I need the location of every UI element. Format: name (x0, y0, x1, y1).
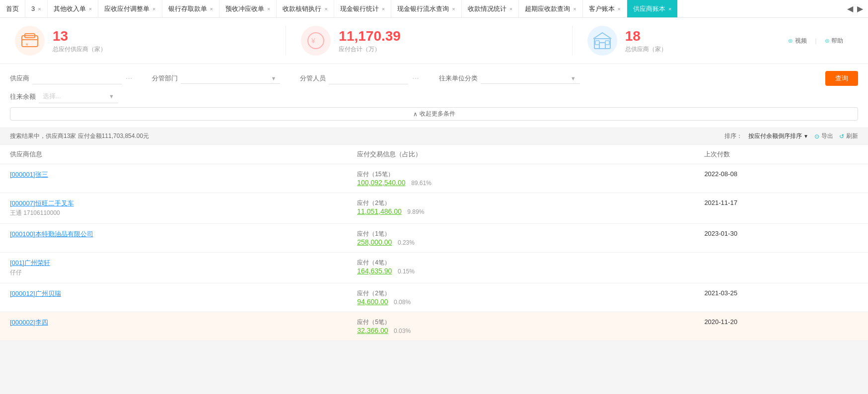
nav-tab-supplier-ledger[interactable]: 供应商账本 × (627, 0, 678, 18)
nav-tab-home[interactable]: 首页 (0, 0, 25, 18)
pay-amount-row: 32,366.00 0.03% (357, 327, 684, 334)
transaction-cell: 应付（2笔） 11,051,486.00 9.89% (347, 193, 694, 224)
nav-tab-payment-stats[interactable]: 收款情况统计 × (462, 0, 519, 18)
close-icon[interactable]: × (38, 6, 41, 12)
last-pay-date: 2021-11-17 (704, 199, 737, 206)
nav-tab-other-income[interactable]: 其他收入单 × (48, 0, 98, 18)
close-icon[interactable]: × (668, 6, 671, 12)
supplier-label: 供应商 (10, 74, 29, 83)
pay-amount-link[interactable]: 94,600.00 (357, 298, 388, 306)
supplier-link[interactable]: [001]广州荣轩 (10, 259, 50, 266)
result-bar: 搜索结果中，供应商13家 应付金额111,703,854.00元 排序： 按应付… (0, 128, 868, 145)
stat-icon-total: ¥ (301, 26, 331, 56)
nav-next-arrow[interactable]: ▶ (855, 4, 865, 13)
chevron-down-icon: ▼ (109, 93, 114, 99)
supplier-input[interactable] (32, 72, 122, 84)
close-icon[interactable]: × (452, 6, 455, 12)
nav-prev-arrow[interactable]: ◀ (845, 4, 855, 13)
last-pay-cell: 2023-01-30 (694, 224, 868, 253)
supplier-sub: 王通 17106110000 (10, 209, 337, 217)
nav-tab-cash-stats[interactable]: 现金银行统计 × (334, 0, 391, 18)
nav-tab-prepay-offset[interactable]: 预收冲应收单 × (219, 0, 277, 18)
svg-text:¥: ¥ (311, 37, 315, 45)
pay-amount-row: 164,635.90 0.15% (357, 267, 684, 275)
result-actions: 排序： 按应付余额倒序排序 ▼ ⊙ 导出 ↺ 刷新 (724, 132, 858, 140)
stat-info-total: 11,170.39 应付合计（万） (339, 28, 401, 54)
close-icon[interactable]: × (573, 6, 576, 12)
sort-select[interactable]: 按应付余额倒序排序 ▼ (748, 132, 808, 140)
pay-label: 应付（2笔） (357, 289, 684, 298)
transaction-cell: 应付（1笔） 258,000.00 0.23% (347, 224, 694, 253)
search-button[interactable]: 查询 (825, 71, 858, 86)
stat-number-all: 18 (625, 28, 667, 45)
help-link[interactable]: ⊙ 帮助 (825, 37, 843, 45)
video-link[interactable]: ⊙ 视频 (788, 37, 806, 45)
svg-rect-6 (594, 39, 610, 49)
col-header-transaction: 应付交易信息（占比） (347, 145, 694, 164)
supplier-link[interactable]: [000002]李四 (10, 319, 48, 326)
supplier-link[interactable]: [000007]恒旺二手叉车 (10, 199, 74, 207)
close-icon[interactable]: × (89, 6, 92, 12)
nav-tab-payment-verify[interactable]: 收款核销执行 × (277, 0, 334, 18)
pay-amount-link[interactable]: 100,092,540.00 (357, 179, 405, 187)
dept-select[interactable]: ▼ (181, 73, 280, 84)
close-icon[interactable]: × (210, 6, 213, 12)
pay-amount-link[interactable]: 164,635.90 (357, 267, 392, 275)
balance-label: 往来余额 (10, 92, 36, 101)
close-icon[interactable]: × (267, 6, 270, 12)
nav-tab-bank-deposit[interactable]: 银行存取款单 × (162, 0, 219, 18)
close-icon[interactable]: × (509, 6, 512, 12)
close-icon[interactable]: × (618, 6, 621, 12)
nav-tab-cash-flow[interactable]: 现金银行流水查询 × (391, 0, 461, 18)
nav-tab-customer-ledger[interactable]: 客户账本 × (583, 0, 627, 18)
supplier-link[interactable]: [000012]广州贝瑞 (10, 290, 61, 297)
pay-amount-link[interactable]: 32,366.00 (357, 327, 388, 334)
close-icon[interactable]: × (152, 6, 155, 12)
collapse-button[interactable]: ∧ 收起更多条件 (10, 107, 858, 121)
svg-rect-8 (595, 41, 599, 45)
supplier-link[interactable]: [000001]张三 (10, 171, 48, 178)
category-select[interactable]: ▼ (481, 73, 580, 84)
person-dots-icon[interactable]: ··· (412, 74, 419, 83)
pay-percent: 89.61% (411, 180, 432, 187)
pay-percent: 0.03% (394, 328, 411, 334)
export-icon: ⊙ (814, 133, 819, 140)
table-row: [000100]本特勤油品有限公司 应付（1笔） 258,000.00 0.23… (0, 224, 868, 253)
close-icon[interactable]: × (382, 6, 385, 12)
last-pay-cell (694, 253, 868, 283)
last-pay-cell: 2022-08-08 (694, 164, 868, 193)
refresh-icon: ↺ (839, 133, 844, 140)
balance-select[interactable]: 选择... ▼ (39, 90, 118, 103)
pay-amount-link[interactable]: 258,000.00 (357, 238, 392, 246)
last-pay-cell: 2020-11-20 (694, 312, 868, 341)
pay-label: 应付（4笔） (357, 259, 684, 267)
close-icon[interactable]: × (324, 6, 327, 12)
supplier-dots-icon[interactable]: ··· (126, 74, 132, 83)
svg-rect-7 (599, 43, 605, 49)
supplier-cell: [000100]本特勤油品有限公司 (0, 224, 347, 253)
export-button[interactable]: ⊙ 导出 (814, 132, 833, 140)
transaction-cell: 应付（2笔） 94,600.00 0.08% (347, 283, 694, 312)
nav-arrows: ◀ ▶ (842, 4, 868, 13)
filter-person: 分管人员 ··· (300, 72, 419, 84)
pay-percent: 0.08% (394, 299, 411, 306)
refresh-button[interactable]: ↺ 刷新 (839, 132, 858, 140)
pay-label: 应付（2笔） (357, 199, 684, 207)
nav-tab-adjustment[interactable]: 应收应付调整单 × (98, 0, 162, 18)
pay-amount-link[interactable]: 11,051,486.00 (357, 207, 402, 215)
question-icon: ⊙ (825, 37, 830, 44)
svg-rect-9 (605, 41, 609, 45)
pay-amount-row: 100,092,540.00 89.61% (357, 179, 684, 187)
supplier-cell: [001]广州荣轩仔仔 (0, 253, 347, 283)
result-summary: 搜索结果中，供应商13家 应付金额111,703,854.00元 (10, 132, 149, 140)
stat-label-all: 总供应商（家） (625, 45, 667, 54)
nav-tab-3[interactable]: 3 × (25, 0, 48, 18)
dept-label: 分管部门 (152, 74, 178, 83)
nav-tab-overdue[interactable]: 超期应收款查询 × (519, 0, 582, 18)
filter-row-2: 往来余额 选择... ▼ (10, 90, 858, 103)
pay-amount-row: 258,000.00 0.23% (357, 238, 684, 246)
pay-percent: 0.23% (398, 239, 415, 246)
supplier-link[interactable]: [000100]本特勤油品有限公司 (10, 230, 93, 238)
person-input[interactable] (329, 72, 408, 84)
stat-card-all-suppliers: 18 总供应商（家） ⊙ 视频 ｜ ⊙ 帮助 (573, 26, 858, 56)
